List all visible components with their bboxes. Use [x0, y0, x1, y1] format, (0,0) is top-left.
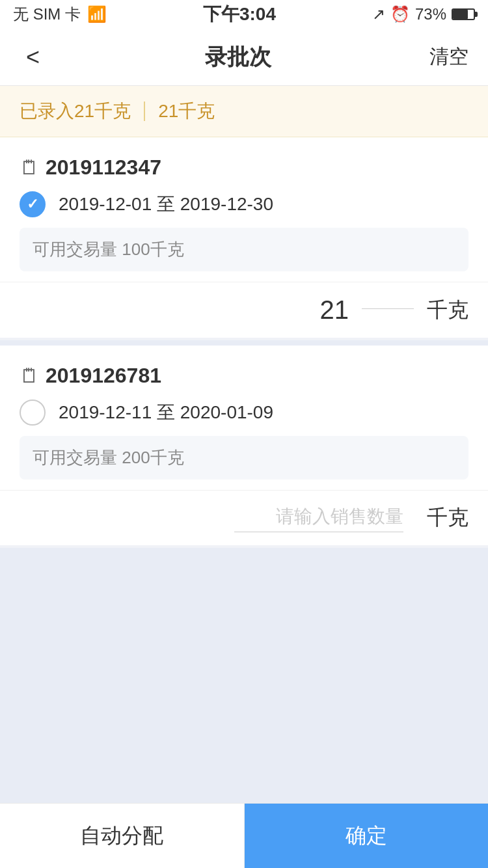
recorded-label: 已录入21千克 — [20, 99, 131, 124]
info-banner: 已录入21千克 21千克 — [0, 86, 488, 137]
batch1-header: 🗒 2019112347 — [0, 137, 488, 186]
section-divider — [0, 340, 488, 346]
batch2-header: 🗒 2019126781 — [0, 346, 488, 394]
location-icon: ↗ — [372, 5, 385, 23]
status-time: 下午3:04 — [203, 2, 276, 27]
batch1-date: 2019-12-01 至 2019-12-30 — [59, 192, 273, 217]
batch1-icon: 🗒 — [20, 157, 39, 179]
recorded-value: 21千克 — [158, 99, 215, 124]
batch1-amount: 21 — [320, 295, 349, 325]
status-right: ↗ ⏰ 73% — [372, 5, 475, 23]
batch1-radio[interactable] — [20, 191, 46, 217]
batch1-amount-row: 21 千克 — [0, 282, 488, 338]
banner-divider — [144, 102, 145, 121]
nav-bar: < 录批次 清空 — [0, 29, 488, 86]
batch2-icon: 🗒 — [20, 365, 39, 387]
batch1-unit: 千克 — [427, 296, 468, 325]
back-button[interactable]: < — [20, 37, 46, 77]
auto-distribute-button[interactable]: 自动分配 — [0, 804, 245, 868]
batch1-date-row: 2019-12-01 至 2019-12-30 — [0, 186, 488, 223]
batch2-available: 可用交易量 200千克 — [20, 436, 468, 480]
battery-pct: 73% — [415, 5, 446, 23]
batch2-amount-row: 请输入销售数量 千克 — [0, 490, 488, 545]
batch1-id: 2019112347 — [46, 156, 161, 180]
page-title: 录批次 — [205, 42, 271, 72]
status-bar: 无 SIM 卡 📶 下午3:04 ↗ ⏰ 73% — [0, 0, 488, 29]
batch2-id: 2019126781 — [46, 364, 161, 388]
confirm-button[interactable]: 确定 — [245, 804, 489, 868]
footer: 自动分配 确定 — [0, 803, 488, 868]
no-sim-text: 无 SIM 卡 — [13, 4, 81, 25]
batch1-underline — [362, 308, 414, 309]
batch2-card: 🗒 2019126781 2019-12-11 至 2020-01-09 可用交… — [0, 346, 488, 545]
status-left: 无 SIM 卡 📶 — [13, 4, 107, 25]
batch2-radio[interactable] — [20, 400, 46, 426]
batch2-placeholder[interactable]: 请输入销售数量 — [234, 504, 403, 532]
alarm-icon: ⏰ — [390, 5, 410, 23]
batch2-date: 2019-12-11 至 2020-01-09 — [59, 400, 273, 425]
batch2-unit: 千克 — [427, 504, 468, 532]
batch1-available: 可用交易量 100千克 — [20, 228, 468, 271]
clear-button[interactable]: 清空 — [429, 44, 468, 70]
wifi-icon: 📶 — [87, 5, 107, 23]
batch2-date-row: 2019-12-11 至 2020-01-09 — [0, 394, 488, 431]
batch1-card: 🗒 2019112347 2019-12-01 至 2019-12-30 可用交… — [0, 137, 488, 338]
battery-icon — [452, 8, 475, 20]
